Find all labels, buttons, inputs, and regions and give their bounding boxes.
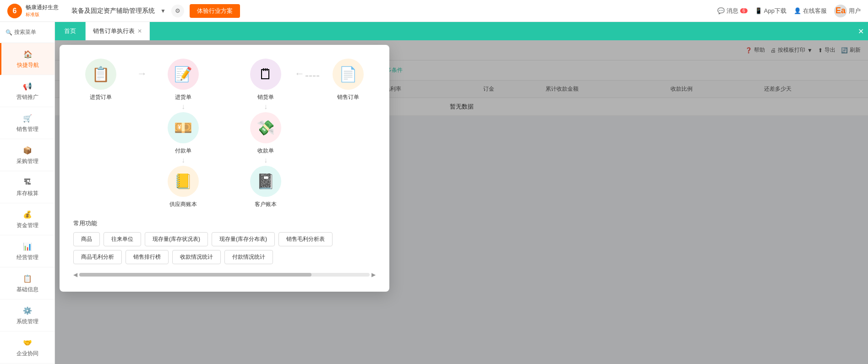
common-btn-receipt-stats[interactable]: 收款情况统计 (172, 250, 221, 264)
header-middle: 装备及固定资产辅助管理系统 ▼ ⚙ 体验行业方案 (71, 4, 708, 18)
flow-row-arrows2: ↓ ↓ (73, 155, 376, 166)
sidebar-item-quick[interactable]: 🏠 快捷导航 (0, 43, 55, 75)
flow-node-sale-bill[interactable]: 🗒 销货单 (238, 59, 293, 101)
corp-icon: 🤝 (22, 337, 33, 348)
scroll-right-btn[interactable]: ▶ (371, 272, 376, 278)
common-btn-contacts[interactable]: 往来单位 (104, 232, 141, 246)
customer-ledger-label: 客户账本 (255, 201, 277, 208)
sidebar-item-operation[interactable]: 📊 经营管理 (0, 235, 55, 267)
common-btn-payment-stats[interactable]: 付款情况统计 (224, 250, 273, 264)
system-icon: ⚙️ (22, 305, 33, 316)
operation-icon: 📊 (22, 241, 33, 252)
sidebar: 🔍 搜索菜单 🏠 快捷导航 📢 营销推广 🛒 销售管理 📦 采购管理 🏗 库存核… (0, 22, 55, 364)
sidebar-item-inventory[interactable]: 🏗 库存核算 (0, 171, 55, 203)
trial-btn[interactable]: 体验行业方案 (190, 4, 240, 18)
sidebar-item-label: 销售管理 (16, 125, 38, 133)
flow-diagram: 📋 进货订单 → 📝 (73, 59, 376, 208)
sale-order-label: 销售订单 (337, 93, 359, 101)
content-area: 首页 销售订单执行表 ✕ ✕ ❓ 帮助 🖨 按模板打印 ▼ (55, 22, 868, 364)
modal-scrollbar: ◀ ▶ (73, 272, 376, 278)
common-btn-stock-dist[interactable]: 现存量(库存分布表) (212, 232, 275, 246)
payment-out-icon: 💴 (168, 112, 199, 143)
sidebar-item-basic[interactable]: 📋 基础信息 (0, 267, 55, 299)
sales-icon: 🛒 (22, 113, 33, 124)
service-btn[interactable]: 👤 在线客服 (794, 7, 827, 15)
down-arrow-icon3: ↓ (168, 155, 199, 166)
purchase-order-label: 进货订单 (90, 93, 112, 101)
scroll-left-btn[interactable]: ◀ (73, 272, 77, 278)
tab-sales-order[interactable]: 销售订单执行表 ✕ (86, 22, 150, 40)
sale-order-icon: 📄 (333, 59, 364, 90)
flow-node-purchase-order[interactable]: 📋 进货订单 (73, 59, 128, 101)
down-arrow-sale: ↓ (238, 101, 293, 112)
common-btn-goods[interactable]: 商品 (73, 232, 100, 246)
common-btn-ranking[interactable]: 销售排行榜 (126, 250, 169, 264)
down-arrow-icon4: ↓ (250, 155, 281, 166)
sidebar-item-label: 采购管理 (16, 158, 38, 165)
flow-row-arrows: ↓ ↓ (73, 101, 376, 112)
flow-row-3: 📒 供应商账本 📓 客户账本 (73, 166, 376, 208)
home-icon: 🏠 (22, 49, 33, 60)
settings-icon[interactable]: ⚙ (171, 5, 184, 17)
top-header: 6 畅康通好生意 标准版 装备及固定资产辅助管理系统 ▼ ⚙ 体验行业方案 💬 … (0, 0, 868, 22)
sidebar-item-sales[interactable]: 🛒 销售管理 (0, 107, 55, 139)
down-arrow-payment-out: ↓ (156, 155, 211, 166)
purchase-bill-icon: 📝 (168, 59, 199, 90)
down-arrow-purchase: ↓ (156, 101, 211, 112)
flow-row-2: 💴 付款单 💸 收款单 (73, 112, 376, 155)
common-functions: 常用功能 商品 往来单位 现存量(库存状况表) 现存量(库存分布表) 销售毛利分… (73, 219, 376, 264)
app-icon: 📱 (755, 7, 762, 14)
finance-icon: 💰 (22, 209, 33, 220)
sidebar-search-btn[interactable]: 🔍 搜索菜单 (4, 27, 51, 38)
service-icon: 👤 (794, 7, 801, 14)
flow-node-customer-ledger[interactable]: 📓 客户账本 (238, 166, 293, 208)
down-arrow-icon: ↓ (168, 101, 199, 112)
user-label: 用户 (849, 7, 861, 15)
tab-close-btn[interactable]: ✕ (137, 28, 142, 34)
purchase-order-icon: 📋 (85, 59, 116, 90)
common-btn-stock-status[interactable]: 现存量(库存状况表) (145, 232, 208, 246)
sidebar-item-purchase[interactable]: 📦 采购管理 (0, 139, 55, 171)
down-arrow-payment-in: ↓ (238, 155, 293, 166)
purchase-icon: 📦 (22, 145, 33, 156)
sidebar-item-label: 快捷导航 (17, 61, 39, 69)
sidebar-item-label: 资金管理 (16, 222, 38, 229)
user-menu[interactable]: Ea 用户 (834, 5, 861, 17)
modal-box: 📋 进货订单 → 📝 (60, 45, 389, 292)
inventory-icon: 🏗 (22, 177, 33, 188)
supplier-ledger-icon: 📒 (168, 166, 199, 197)
sidebar-item-marketing[interactable]: 📢 营销推广 (0, 75, 55, 107)
tab-home[interactable]: 首页 (55, 22, 86, 40)
flow-node-payment-out[interactable]: 💴 付款单 (156, 112, 211, 155)
sidebar-item-corp[interactable]: 🤝 企业协同 (0, 331, 55, 364)
header-right: 💬 消息 6 📱 App下载 👤 在线客服 Ea 用户 (717, 5, 861, 17)
app-download-btn[interactable]: 📱 App下载 (755, 7, 786, 15)
tab-close-all-btn[interactable]: ✕ (853, 22, 868, 40)
basic-icon: 📋 (22, 273, 33, 284)
common-btn-gross-analysis[interactable]: 销售毛利分析表 (278, 232, 333, 246)
sidebar-item-system[interactable]: ⚙️ 系统管理 (0, 299, 55, 331)
message-badge: 6 (740, 8, 748, 13)
arrow-sale-order-to-bill: ← (293, 68, 321, 92)
system-dropdown-btn[interactable]: ▼ (160, 8, 166, 14)
sidebar-item-label: 基础信息 (16, 286, 38, 293)
service-label: 在线客服 (803, 7, 827, 15)
search-icon: 🔍 (5, 29, 12, 36)
sidebar-item-finance[interactable]: 💰 资金管理 (0, 203, 55, 235)
flow-node-sale-order[interactable]: 📄 销售订单 (321, 59, 376, 101)
flow-node-purchase-bill[interactable]: 📝 进货单 (156, 59, 211, 101)
flow-node-supplier-ledger[interactable]: 📒 供应商账本 (156, 166, 211, 208)
marketing-icon: 📢 (22, 81, 33, 92)
logo-text: 畅康通好生意 标准版 (26, 4, 59, 18)
sidebar-item-label: 营销推广 (16, 93, 38, 101)
page-content: ❓ 帮助 🖨 按模板打印 ▼ ⬆ 导出 🔄 刷新 (55, 40, 868, 364)
logo-area: 6 畅康通好生意 标准版 (7, 4, 62, 18)
scroll-track[interactable] (79, 273, 370, 277)
common-btn-goods-gross[interactable]: 商品毛利分析 (73, 250, 122, 264)
purchase-bill-label: 进货单 (175, 93, 191, 101)
flow-node-payment-in[interactable]: 💸 收款单 (238, 112, 293, 155)
home-tab-label: 首页 (64, 27, 76, 35)
message-btn[interactable]: 💬 消息 6 (717, 7, 748, 15)
payment-in-label: 收款单 (257, 147, 274, 155)
sidebar-item-label: 经营管理 (16, 254, 38, 261)
